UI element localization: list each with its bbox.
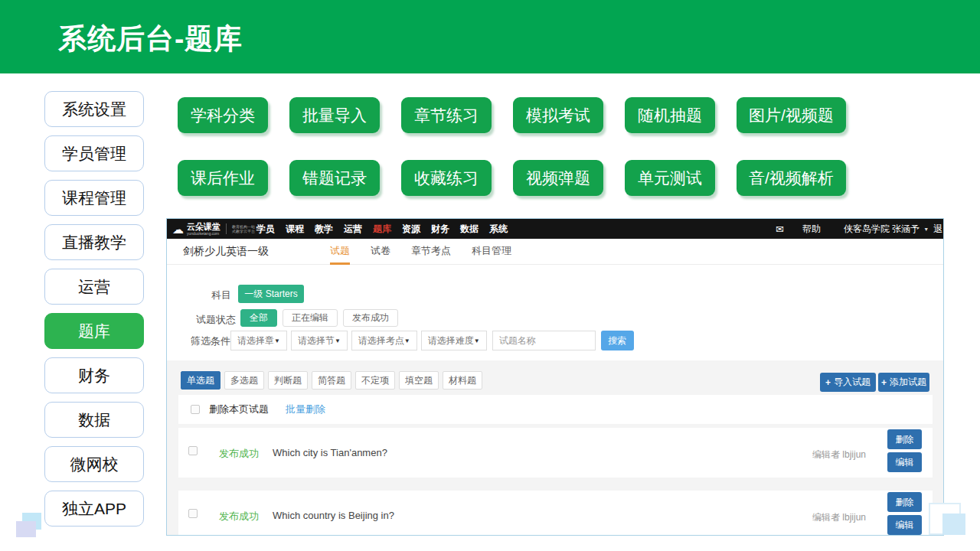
admin-nav-item[interactable]: 教学	[315, 223, 333, 236]
sidebar-item[interactable]: 学员管理	[44, 135, 144, 171]
filter-select[interactable]: 请选择考点 ▼	[351, 331, 417, 350]
page: 系统后台-题库 系统设置学员管理课程管理直播教学运营题库财务数据微网校独立APP…	[0, 0, 980, 551]
logo-divider	[226, 223, 227, 234]
mail-icon[interactable]: ✉	[776, 223, 784, 235]
feature-row-1: 学科分类批量导入章节练习模拟考试随机抽题图片/视频题	[178, 97, 943, 133]
conditions-label: 筛选条件	[191, 334, 230, 348]
question-type-tab[interactable]: 材料题	[443, 371, 482, 390]
bulk-actions-bar: 删除本页试题 批量删除	[178, 395, 933, 424]
question-type-tab[interactable]: 单选题	[181, 371, 220, 390]
feature-button[interactable]: 错题记录	[289, 160, 380, 196]
subnav-tab[interactable]: 试卷	[371, 239, 390, 265]
edit-button[interactable]: 编辑	[887, 452, 922, 472]
brand-name: 云朵课堂 yunduoketang.com	[187, 223, 220, 236]
sidebar-item[interactable]: 题库	[44, 313, 144, 349]
select-arrow-icon: ▼	[335, 337, 341, 344]
select-page-checkbox[interactable]	[191, 405, 200, 414]
question-type-tabs: 单选题多选题判断题简答题不定项填空题材料题	[181, 371, 482, 390]
sidebar: 系统设置学员管理课程管理直播教学运营题库财务数据微网校独立APP	[44, 91, 144, 527]
conditions-row: 请选择章 ▼ 请选择节 ▼ 请选择考点 ▼ 请选择难度 ▼ 搜索	[230, 331, 634, 350]
decorative-square	[942, 514, 965, 535]
delete-button[interactable]: 删除	[887, 429, 922, 449]
status-filter-button[interactable]: 全部	[240, 309, 277, 327]
sidebar-item[interactable]: 独立APP	[44, 491, 144, 527]
status-filter-button[interactable]: 正在编辑	[283, 309, 338, 327]
delete-page-label: 删除本页试题	[209, 403, 269, 416]
row-actions: 删除 编辑	[887, 429, 922, 472]
subnav-tab[interactable]: 试题	[330, 239, 350, 265]
question-list: 发布成功 Which city is Tian'anmen? 编辑者 lbjij…	[178, 428, 933, 536]
sidebar-item[interactable]: 课程管理	[44, 180, 144, 216]
question-text: Which city is Tian'anmen?	[273, 447, 387, 458]
subject-label: 科目	[211, 289, 231, 302]
filter-select[interactable]: 请选择节 ▼	[291, 331, 348, 350]
caret-down-icon: ▼	[923, 227, 929, 232]
feature-row-2: 课后作业错题记录收藏练习视频弹题单元测试音/视频解析	[178, 160, 943, 196]
help-link[interactable]: 帮助	[802, 223, 821, 236]
admin-nav-item[interactable]: 数据	[460, 223, 479, 236]
feature-button[interactable]: 随机抽题	[625, 97, 715, 133]
select-arrow-icon: ▼	[404, 337, 410, 344]
feature-button[interactable]: 单元测试	[625, 160, 715, 196]
admin-subnav: 剑桥少儿英语一级 试题试卷章节考点科目管理	[167, 239, 943, 265]
edit-button[interactable]: 编辑	[887, 515, 922, 535]
subject-value-tag[interactable]: 一级 Starters	[238, 285, 304, 303]
admin-nav-item[interactable]: 课程	[286, 223, 304, 236]
account-label[interactable]: 侠客岛学院 张涵予	[844, 223, 920, 236]
question-row: 发布成功 Which country is Beijing in? 编辑者 lb…	[178, 491, 933, 536]
subnav-tabs: 试题试卷章节考点科目管理	[330, 239, 511, 265]
sidebar-item[interactable]: 直播教学	[44, 224, 144, 260]
sidebar-item[interactable]: 运营	[44, 269, 144, 305]
feature-button[interactable]: 收藏练习	[401, 160, 492, 196]
status-filter-button[interactable]: 发布成功	[343, 309, 398, 327]
feature-button[interactable]: 课后作业	[178, 160, 268, 196]
page-title: 系统后台-题库	[58, 20, 243, 58]
sidebar-item[interactable]: 系统设置	[44, 91, 144, 127]
sidebar-item[interactable]: 微网校	[44, 446, 144, 482]
add-question-button[interactable]: + 添加试题	[878, 373, 929, 392]
feature-button[interactable]: 章节练习	[401, 97, 492, 133]
question-type-tab[interactable]: 不定项	[355, 371, 395, 390]
subnav-tab[interactable]: 科目管理	[472, 239, 511, 265]
search-button[interactable]: 搜索	[601, 331, 634, 350]
question-type-tab[interactable]: 多选题	[224, 371, 264, 390]
select-group: 请选择章 ▼ 请选择节 ▼ 请选择考点 ▼ 请选择难度 ▼	[230, 331, 487, 350]
feature-button[interactable]: 批量导入	[289, 97, 380, 133]
feature-buttons: 学科分类批量导入章节练习模拟考试随机抽题图片/视频题 课后作业错题记录收藏练习视…	[178, 97, 943, 223]
subnav-tab[interactable]: 章节考点	[411, 239, 451, 265]
feature-button[interactable]: 学科分类	[178, 97, 268, 133]
question-type-tab[interactable]: 简答题	[312, 371, 351, 390]
admin-nav-item[interactable]: 题库	[373, 223, 391, 236]
editor-info: 编辑者 lbjijun	[812, 511, 866, 524]
admin-nav-item[interactable]: 学员	[256, 223, 275, 236]
admin-nav-item[interactable]: 财务	[431, 223, 449, 236]
question-name-input[interactable]	[492, 331, 596, 350]
status-badge: 发布成功	[219, 447, 259, 461]
import-questions-button[interactable]: + 导入试题	[820, 373, 876, 392]
admin-nav-item[interactable]: 资源	[402, 223, 420, 236]
row-checkbox[interactable]	[188, 509, 198, 518]
question-type-tab[interactable]: 判断题	[268, 371, 308, 390]
status-label: 试题状态	[196, 313, 236, 327]
feature-button[interactable]: 图片/视频题	[737, 97, 846, 133]
filter-select[interactable]: 请选择难度 ▼	[421, 331, 487, 350]
status-filter-group: 全部正在编辑发布成功	[240, 309, 398, 327]
cloud-icon: ☁	[172, 223, 184, 235]
sidebar-item[interactable]: 数据	[44, 402, 144, 438]
question-type-tab[interactable]: 填空题	[399, 371, 439, 390]
row-checkbox[interactable]	[188, 446, 198, 455]
feature-button[interactable]: 模拟考试	[513, 97, 603, 133]
admin-nav-item[interactable]: 运营	[344, 223, 362, 236]
delete-button[interactable]: 删除	[887, 492, 922, 512]
feature-button[interactable]: 视频弹题	[513, 160, 603, 196]
filter-select[interactable]: 请选择章 ▼	[230, 331, 287, 350]
plus-icon: +	[825, 377, 831, 388]
batch-delete-link[interactable]: 批量删除	[286, 403, 325, 416]
feature-button[interactable]: 音/视频解析	[737, 160, 846, 196]
sidebar-item[interactable]: 财务	[44, 357, 144, 393]
brand-tagline: 教育机构一站 式教学云平台	[232, 224, 255, 233]
admin-nav-item[interactable]: 系统	[489, 223, 508, 236]
logout-link[interactable]: 退	[933, 223, 942, 236]
status-badge: 发布成功	[219, 510, 259, 523]
decorative-square	[16, 521, 36, 537]
